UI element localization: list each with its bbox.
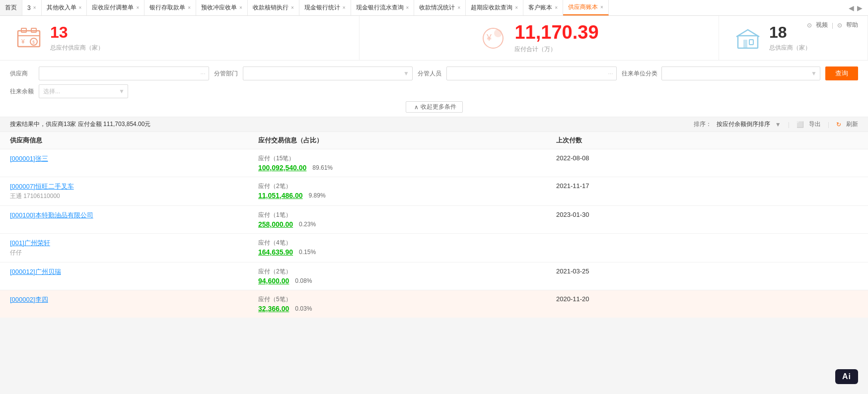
nav-arrow-left[interactable]: ◀	[847, 4, 856, 12]
payable-amount-2[interactable]: 11,051,486.00	[258, 192, 303, 199]
nav-prepay-close[interactable]: ×	[239, 5, 242, 10]
nav-bank-close[interactable]: ×	[188, 5, 191, 10]
nav-adjust-label: 应收应付调整单	[92, 3, 134, 12]
nav-tab3[interactable]: 3 ×	[22, 0, 42, 15]
sort-value[interactable]: 按应付余额倒序排序	[717, 120, 770, 129]
refresh-button[interactable]: 刷新	[846, 120, 858, 129]
nav-home[interactable]: 首页	[0, 0, 22, 15]
dept-dropdown-icon: ▼	[403, 70, 409, 77]
payable-percent-1: 89.61%	[312, 164, 333, 171]
table-row: [000100]本特勤油品有限公司 应付（1笔） 258,000.00 0.23…	[0, 206, 868, 234]
last-payment-3: 2023-01-30	[556, 211, 589, 218]
svg-rect-12	[749, 40, 753, 45]
supplier-link-5[interactable]: [000012]广州贝瑞	[10, 268, 61, 275]
nav-custbook[interactable]: 客户账本 ×	[523, 0, 563, 15]
collapse-label: 收起更多条件	[421, 103, 456, 111]
result-info: 搜索结果中，供应商13家 应付金额 111,703,854.00元	[10, 120, 150, 129]
payable-label-4: 应付（4笔）	[258, 239, 556, 247]
nav-tab3-label: 3	[27, 4, 31, 11]
ai-badge-label: Ai	[842, 372, 851, 381]
col-header-payable: 应付交易信息（占比）	[258, 136, 556, 145]
col-header-supplier: 供应商信息	[10, 136, 258, 145]
payable-amount-6[interactable]: 32,366.00	[258, 305, 289, 313]
nav-cashflow-close[interactable]: ×	[406, 5, 409, 10]
svg-rect-11	[743, 40, 747, 48]
nav-overdue[interactable]: 超期应收款查询 ×	[466, 0, 523, 15]
export-icon: ⬜	[796, 121, 804, 128]
nav-arrow-right[interactable]: ▶	[856, 4, 864, 12]
supplier-info-6: [000002]李四	[10, 295, 258, 304]
payable-total-label: 应付合计（万）	[514, 45, 598, 54]
stat-text-supplier-count: 13 总应付供应商（家）	[50, 24, 104, 52]
filter-row-2: 往来余额 选择... ▼	[10, 84, 858, 98]
nav-adjust[interactable]: 应收应付调整单 ×	[87, 0, 145, 15]
filter-supplier-input[interactable]: ···	[39, 66, 209, 80]
filter-person-label: 分管人员	[418, 69, 442, 78]
nav-recvstat[interactable]: 收款情况统计 ×	[414, 0, 466, 15]
nav-income-label: 其他收入单	[47, 3, 76, 12]
stat-block-supplier-count: ¥ $ 13 总应付供应商（家）	[0, 16, 360, 60]
payable-info-1: 应付（15笔） 100,092,540.00 89.61%	[258, 154, 556, 172]
payable-percent-3: 0.23%	[299, 221, 316, 228]
sort-dropdown-icon[interactable]: ▼	[775, 121, 781, 128]
table-row: [000002]李四 应付（5笔） 32,366.00 0.03% 2020-1…	[0, 290, 868, 318]
stats-bar: ¥ $ 13 总应付供应商（家） ¥ 11,170.39 应付合计（万）	[0, 16, 868, 61]
nav-verify[interactable]: 收款核销执行 ×	[248, 0, 299, 15]
video-link[interactable]: 视频	[816, 21, 828, 29]
filter-person-input[interactable]: ···	[446, 66, 617, 80]
nav-cashflow[interactable]: 现金银行流水查询 ×	[351, 0, 415, 15]
supplier-link-2[interactable]: [000007]恒旺二手叉车	[10, 183, 74, 190]
nav-custbook-close[interactable]: ×	[555, 5, 558, 10]
nav-supplierbook[interactable]: 供应商账本 ×	[563, 0, 609, 15]
payable-amount-1[interactable]: 100,092,540.00	[258, 164, 306, 172]
nav-verify-label: 收款核销执行	[253, 3, 289, 12]
payable-amount-4[interactable]: 164,635.90	[258, 248, 293, 256]
nav-home-label: 首页	[5, 3, 17, 12]
filter-category-input[interactable]: ▼	[661, 66, 821, 80]
filter-dept: 分管部门 ▼	[214, 66, 413, 80]
export-button[interactable]: 导出	[809, 120, 821, 129]
ai-badge[interactable]: Ai	[835, 369, 858, 384]
nav-recvstat-close[interactable]: ×	[457, 5, 460, 10]
export-label: 导出	[809, 120, 821, 129]
payable-percent-2: 9.89%	[309, 192, 326, 199]
filter-dept-input[interactable]: ▼	[243, 66, 413, 80]
supplier-link-3[interactable]: [000100]本特勤油品有限公司	[10, 211, 93, 219]
top-right-links: ⊙ 视频 | ⊙ 帮助	[805, 21, 860, 29]
nav-supplierbook-close[interactable]: ×	[600, 4, 603, 10]
balance-dropdown-icon: ▼	[119, 88, 125, 95]
nav-overdue-close[interactable]: ×	[515, 5, 518, 10]
nav-cashstat[interactable]: 现金银行统计 ×	[299, 0, 351, 15]
lastpay-1: 2022-08-08	[556, 154, 858, 162]
payable-label-5: 应付（2笔）	[258, 267, 556, 276]
nav-overdue-label: 超期应收款查询	[471, 3, 512, 12]
payable-percent-5: 0.08%	[295, 277, 312, 284]
nav-income-close[interactable]: ×	[79, 5, 82, 10]
table-row: [000001]张三 应付（15笔） 100,092,540.00 89.61%…	[0, 149, 868, 177]
svg-text:¥: ¥	[21, 38, 25, 45]
filter-dept-label: 分管部门	[214, 69, 239, 78]
filter-balance-input[interactable]: 选择... ▼	[39, 84, 128, 98]
nav-bank[interactable]: 银行存取款单 ×	[145, 0, 196, 15]
payable-label-3: 应付（1笔）	[258, 211, 556, 219]
nav-adjust-close[interactable]: ×	[136, 5, 139, 10]
collapse-button[interactable]: ∧ 收起更多条件	[406, 101, 463, 113]
payable-amount-3[interactable]: 258,000.00	[258, 220, 293, 228]
supplier-link-4[interactable]: [001]广州荣轩	[10, 239, 50, 247]
payable-amount-5[interactable]: 94,600.00	[258, 277, 289, 285]
payable-row-1: 100,092,540.00 89.61%	[258, 164, 556, 172]
payable-row-5: 94,600.00 0.08%	[258, 277, 556, 285]
supplier-link-6[interactable]: [000002]李四	[10, 296, 48, 303]
nav-cashstat-close[interactable]: ×	[343, 5, 346, 10]
supplier-link-1[interactable]: [000001]张三	[10, 155, 48, 162]
search-button[interactable]: 查询	[825, 66, 858, 80]
nav-income[interactable]: 其他收入单 ×	[42, 0, 87, 15]
nav-cashstat-label: 现金银行统计	[304, 3, 340, 12]
help-link[interactable]: 帮助	[846, 21, 858, 29]
nav-tab3-close[interactable]: ×	[33, 5, 36, 10]
circle-icon: ⊙	[807, 22, 812, 29]
nav-verify-close[interactable]: ×	[291, 5, 294, 10]
filter-supplier: 供应商 ···	[10, 66, 209, 80]
lastpay-6: 2020-11-20	[556, 295, 858, 303]
nav-prepay[interactable]: 预收冲应收单 ×	[196, 0, 248, 15]
